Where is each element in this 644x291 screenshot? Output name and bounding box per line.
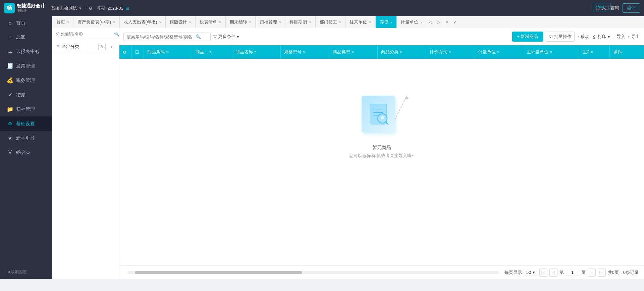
- tab-template-label: 模版设计: [170, 19, 187, 25]
- calendar-icon[interactable]: ⊞: [125, 6, 129, 11]
- tab-inventory-close[interactable]: ×: [390, 20, 392, 24]
- tab-partner[interactable]: 往来单位 ×: [345, 16, 375, 28]
- sidebar-item-basic[interactable]: ⚙ 基础设置: [0, 116, 52, 131]
- th-col3[interactable]: 主3 ⇅: [579, 45, 610, 59]
- sidebar-item-settlement[interactable]: ✓ 结账: [0, 88, 52, 102]
- tab-expand-btn[interactable]: ⤢: [451, 16, 459, 28]
- tab-taxreport[interactable]: 税表清单 ×: [196, 16, 225, 28]
- company-dropdown-icon[interactable]: ▾: [79, 6, 82, 11]
- print-button[interactable]: 🖨 打印 ▾: [592, 34, 610, 40]
- cloud-icon: ☁: [7, 48, 13, 55]
- category-collapse-btn[interactable]: ◁: [108, 43, 115, 50]
- tab-taxreport-close[interactable]: ×: [219, 20, 221, 24]
- sort-unit-icon: ⇅: [497, 50, 500, 54]
- add-product-button[interactable]: + 新增商品: [512, 32, 543, 42]
- import-button[interactable]: ↓ 导入: [613, 34, 625, 40]
- period-value: 2023-03: [107, 6, 123, 11]
- content-area: 首页 × 资产负债表(中期) × 收入支出表(年报) × 模版设计 × 税表清单…: [52, 16, 644, 279]
- tab-period-end-label: 期末结转: [230, 19, 247, 25]
- page-first-btn[interactable]: |◁: [539, 269, 547, 277]
- product-search-icon[interactable]: 🔍: [196, 34, 201, 39]
- export-button[interactable]: ↑ 导出: [628, 34, 640, 40]
- th-spec-label: 规格型号: [284, 49, 302, 55]
- sidebar-unpin[interactable]: ◄取消固定: [0, 265, 52, 279]
- th-type[interactable]: 商品类型 ⇅: [329, 45, 378, 59]
- th-checkbox[interactable]: ☐: [131, 45, 144, 59]
- kuaiji-button[interactable]: 会计: [623, 3, 640, 13]
- tab-archive-close[interactable]: ×: [279, 20, 281, 24]
- tab-next-btn[interactable]: ▷: [435, 16, 443, 28]
- app-name: 畅捷通好会计: [17, 3, 45, 9]
- sidebar-item-member[interactable]: V 畅会员: [0, 145, 52, 159]
- scrollbar-thumb[interactable]: [135, 271, 302, 274]
- tab-unit-close[interactable]: ×: [420, 20, 422, 24]
- sidebar-item-guide[interactable]: ★ 新手引导: [0, 131, 52, 145]
- tab-period-end[interactable]: 期末结转 ×: [226, 16, 256, 28]
- category-edit-btn[interactable]: ✎: [98, 43, 106, 50]
- th-price-method[interactable]: 计价方式 ⇅: [426, 45, 475, 59]
- all-category-label: 全部分类: [62, 44, 79, 50]
- page-last-btn[interactable]: ▷|: [598, 269, 606, 277]
- settings-icon[interactable]: ⚙: [89, 6, 93, 11]
- th-spec[interactable]: 规格型号 ⇅: [280, 45, 329, 59]
- sidebar-item-reports[interactable]: ☁ 云报表中心: [0, 44, 52, 59]
- add-company-icon[interactable]: +: [84, 5, 87, 11]
- period-label: 账期: [97, 5, 105, 11]
- th-main-unit[interactable]: 主计量单位 ⇅: [523, 45, 579, 59]
- tab-income[interactable]: 收入支出表(年报) ×: [120, 16, 166, 28]
- tab-template[interactable]: 模版设计 ×: [166, 16, 196, 28]
- tab-subject-close[interactable]: ×: [309, 20, 311, 24]
- tab-close-all-btn[interactable]: ×: [443, 16, 451, 28]
- pagination: 每页显示 50 ▾ |◁ ◁ 第 页 ▷ ▷| 共0页，0条记录: [504, 269, 639, 277]
- horizontal-scrollbar[interactable]: [127, 271, 499, 274]
- tab-partner-close[interactable]: ×: [369, 20, 371, 24]
- iam-badge[interactable]: iAM *: [593, 3, 610, 11]
- tab-home[interactable]: 首页 ×: [52, 16, 73, 28]
- move-button[interactable]: ↕ 移动: [577, 34, 590, 40]
- tab-subject[interactable]: 科目期初 ×: [285, 16, 315, 28]
- page-suffix: 页: [581, 270, 586, 276]
- th-settings[interactable]: ⚙: [119, 45, 131, 59]
- invoice-icon: 🧾: [7, 63, 13, 69]
- tab-unit[interactable]: 计量单位 ×: [397, 16, 427, 28]
- more-filter-btn[interactable]: ▽ 更多条件 ▾: [213, 34, 239, 40]
- category-search-input[interactable]: [56, 32, 112, 37]
- sidebar-item-tax[interactable]: 💰 税务管理: [0, 73, 52, 88]
- tab-dept-close[interactable]: ×: [339, 20, 341, 24]
- tab-inventory[interactable]: 存货 ×: [376, 16, 397, 28]
- sort-code-icon: ⇅: [209, 50, 212, 54]
- th-code[interactable]: 商品... ⇅: [192, 45, 232, 59]
- page-size-value: 50: [526, 270, 531, 275]
- page-size-select[interactable]: 50 ▾: [524, 269, 537, 276]
- th-barcode[interactable]: 商品条码 ⇅: [144, 45, 192, 59]
- toolbar: 🔍 ▽ 更多条件 ▾ + 新增商品 ☑ 批量操作 ↕: [119, 28, 644, 45]
- category-search-icon[interactable]: 🔍: [114, 32, 119, 37]
- batch-button[interactable]: ☑ 批量操作: [546, 32, 575, 42]
- tab-income-close[interactable]: ×: [159, 20, 161, 24]
- sidebar-item-invoice[interactable]: 🧾 发票管理: [0, 59, 52, 73]
- page-next-btn[interactable]: ▷: [588, 269, 596, 277]
- tab-home-close[interactable]: ×: [67, 20, 69, 24]
- bottom-bar: 每页显示 50 ▾ |◁ ◁ 第 页 ▷ ▷| 共0页，0条记录: [119, 265, 644, 279]
- sidebar-item-ledger[interactable]: ≡ 总账: [0, 30, 52, 44]
- sort-main-unit-icon: ⇅: [550, 50, 552, 54]
- product-search-input[interactable]: [126, 34, 194, 39]
- th-unit[interactable]: 计量单位 ⇅: [475, 45, 523, 59]
- batch-icon: ☑: [549, 34, 553, 39]
- sidebar-item-home[interactable]: ⌂ 首页: [0, 16, 52, 30]
- th-category[interactable]: 商品分类 ⇅: [378, 45, 426, 59]
- header-checkbox[interactable]: ☐: [135, 50, 139, 55]
- tab-period-end-close[interactable]: ×: [249, 20, 251, 24]
- table-container[interactable]: ⚙ ☐ 商品条码 ⇅: [119, 45, 644, 265]
- logo-text-area: 畅捷通好会计 旗舰版: [17, 3, 45, 13]
- tab-archive[interactable]: 归档管理 ×: [256, 16, 285, 28]
- tab-dept[interactable]: 部门员工 ×: [316, 16, 345, 28]
- th-name[interactable]: 商品名称 ⇅: [232, 45, 281, 59]
- tab-balance[interactable]: 资产负债表(中期) ×: [73, 16, 119, 28]
- tab-balance-close[interactable]: ×: [113, 20, 115, 24]
- page-prev-btn[interactable]: ◁: [549, 269, 557, 277]
- tab-prev-btn[interactable]: ◁: [427, 16, 435, 28]
- sidebar-item-archive[interactable]: 📁 归档管理: [0, 102, 52, 116]
- page-input[interactable]: [566, 269, 579, 276]
- tab-template-close[interactable]: ×: [189, 20, 191, 24]
